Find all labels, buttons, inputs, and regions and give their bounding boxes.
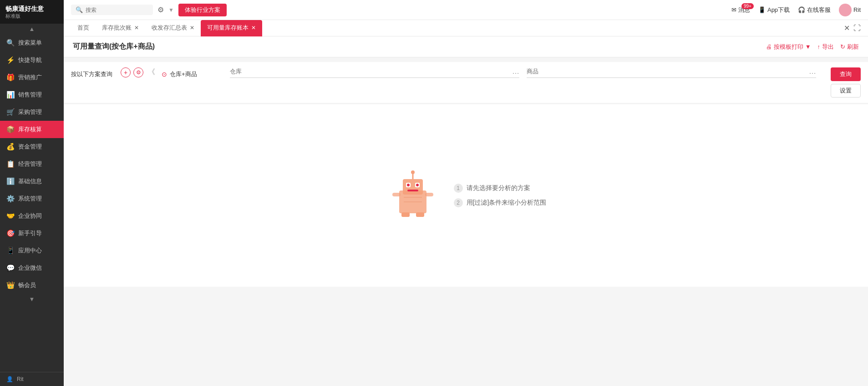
filter-settings-btn[interactable]: 设置 <box>831 84 861 98</box>
money-icon: 💰 <box>6 143 15 151</box>
empty-state: 1 请先选择要分析的方案 2 用[过滤]条件来缩小分析范围 <box>64 104 868 287</box>
goods-more-icon[interactable]: … <box>809 67 816 76</box>
filter-field-warehouse: 仓库 … <box>230 67 519 78</box>
header-dropdown-icon[interactable]: ▼ <box>168 7 174 13</box>
svg-point-12 <box>411 170 415 174</box>
app-download-label: App下载 <box>767 6 790 14</box>
svg-rect-6 <box>407 190 418 191</box>
printer-icon: 🖨 <box>766 43 772 50</box>
header-search-box[interactable]: 🔍 <box>71 5 153 15</box>
print-label: 按模板打印 <box>774 43 803 51</box>
svg-rect-9 <box>392 193 401 196</box>
filter-buttons: 查询 设置 <box>831 67 861 98</box>
sidebar-item-marketing[interactable]: 🎁 营销推广 <box>0 69 64 86</box>
tab-close-icon[interactable]: ✕ <box>134 25 139 31</box>
sidebar-item-appstore[interactable]: 📱 应用中心 <box>0 242 64 259</box>
empty-tips: 1 请先选择要分析的方案 2 用[过滤]条件来缩小分析范围 <box>454 184 547 207</box>
tab-home[interactable]: 首页 <box>71 20 96 36</box>
tab-bar-close-button[interactable]: ✕ <box>844 24 850 32</box>
query-button[interactable]: 查询 <box>831 67 861 81</box>
gift-icon: 🎁 <box>6 73 15 82</box>
svg-rect-8 <box>416 212 424 217</box>
header-right: ✉ 消息 99+ 📱 App下载 🎧 在线客服 Rit <box>731 4 861 16</box>
sidebar-item-finance[interactable]: 💰 资金管理 <box>0 138 64 155</box>
tab-available-ledger[interactable]: 可用量库存账本 ✕ <box>201 20 262 36</box>
sidebar-item-sales[interactable]: 📊 销售管理 <box>0 86 64 103</box>
warehouse-more-icon[interactable]: … <box>512 67 519 76</box>
warehouse-input[interactable] <box>244 68 512 75</box>
sidebar-item-system[interactable]: ⚙️ 系统管理 <box>0 190 64 207</box>
tab-receipt-summary[interactable]: 收发存汇总表 ✕ <box>145 20 201 36</box>
empty-state-content: 1 请先选择要分析的方案 2 用[过滤]条件来缩小分析范围 <box>386 168 547 224</box>
tab-batch-ledger-label: 库存批次账 <box>102 24 132 32</box>
sidebar-item-guide[interactable]: 🎯 新手引导 <box>0 225 64 242</box>
empty-illustration <box>386 168 440 224</box>
svg-point-4 <box>407 184 410 186</box>
sidebar-item-cooperation[interactable]: 🤝 企业协同 <box>0 207 64 225</box>
export-button[interactable]: ↑ 导出 <box>817 43 834 51</box>
sidebar-username: Rit <box>17 376 24 382</box>
sidebar-item-label: 快捷导航 <box>18 56 42 64</box>
search-icon: 🔍 <box>76 6 83 13</box>
sidebar-item-basic[interactable]: ℹ️ 基础信息 <box>0 173 64 190</box>
target-icon: 🎯 <box>6 229 15 237</box>
empty-tip-1: 1 请先选择要分析的方案 <box>454 184 547 193</box>
mobile-icon: 📱 <box>6 247 15 255</box>
sidebar-item-inventory[interactable]: 📦 库存核算 <box>0 121 64 138</box>
refresh-label: 刷新 <box>847 43 859 51</box>
filter-settings-button[interactable]: ⚙ <box>133 67 143 77</box>
sidebar-item-operation[interactable]: 📋 经营管理 <box>0 155 64 173</box>
tab-bar: 首页 库存批次账 ✕ 收发存汇总表 ✕ 可用量库存账本 ✕ ✕ ⛶ <box>64 20 868 36</box>
chevron-down-icon[interactable]: ▼ <box>805 43 811 50</box>
app-download-button[interactable]: 📱 App下载 <box>758 6 790 14</box>
page-header: 可用量查询(按仓库+商品) 🖨 按模板打印 ▼ ↑ 导出 ↻ 刷新 <box>64 36 868 57</box>
inventory-icon: 📦 <box>6 125 15 134</box>
sidebar-item-label: 系统管理 <box>18 195 42 203</box>
message-button[interactable]: ✉ 消息 99+ <box>731 6 750 14</box>
filter-add-button[interactable]: + <box>121 67 131 77</box>
page-title: 可用量查询(按仓库+商品) <box>73 42 155 51</box>
print-template-button[interactable]: 🖨 按模板打印 ▼ <box>766 43 811 51</box>
filter-scheme-warehouse-goods[interactable]: ⊙ 仓库+商品 <box>157 67 221 81</box>
sidebar-item-wechat[interactable]: 💬 企业微信 <box>0 259 64 277</box>
online-service-button[interactable]: 🎧 在线客服 <box>798 6 831 14</box>
export-label: 导出 <box>822 43 834 51</box>
sidebar-item-shortcut[interactable]: ⚡ 快捷导航 <box>0 51 64 69</box>
sidebar-item-label: 基础信息 <box>18 177 42 185</box>
info-icon: ℹ️ <box>6 177 15 185</box>
user-avatar-icon: 👤 <box>6 376 13 382</box>
tab-bar-expand-button[interactable]: ⛶ <box>853 24 861 32</box>
sidebar-item-label: 新手引导 <box>18 229 42 237</box>
filter-collapse-button[interactable]: 《 <box>146 67 157 77</box>
filter-fields: 仓库 … 商品 … 查询 设置 <box>230 67 861 98</box>
tab-batch-ledger[interactable]: 库存批次账 ✕ <box>96 20 145 36</box>
tab-close-icon[interactable]: ✕ <box>190 25 194 31</box>
sidebar-item-label: 采购管理 <box>18 108 42 116</box>
sidebar-bottom[interactable]: 👤 Rit <box>0 372 64 386</box>
tab-available-ledger-label: 可用量库存账本 <box>207 24 249 32</box>
sidebar-scroll-up[interactable]: ▲ <box>0 24 64 34</box>
username-label: Rit <box>853 6 861 13</box>
goods-field-label: 商品 <box>527 67 540 76</box>
headset-icon: 🎧 <box>798 6 805 13</box>
refresh-button[interactable]: ↻ 刷新 <box>840 43 859 51</box>
filter-goods-row: 商品 … <box>527 67 816 78</box>
sidebar-scroll-down[interactable]: ▼ <box>0 294 64 304</box>
sidebar-item-label: 销售管理 <box>18 91 42 99</box>
trial-industry-button[interactable]: 体验行业方案 <box>178 4 227 16</box>
settings-icon[interactable]: ⚙ <box>157 5 164 14</box>
header-search-input[interactable] <box>86 7 140 13</box>
empty-tip-2: 2 用[过滤]条件来缩小分析范围 <box>454 198 547 207</box>
sidebar-item-purchase[interactable]: 🛒 采购管理 <box>0 103 64 121</box>
goods-input[interactable] <box>540 68 809 75</box>
svg-rect-7 <box>401 212 410 217</box>
sidebar-item-label: 搜索菜单 <box>18 39 42 47</box>
sidebar-item-label: 畅会员 <box>18 281 36 289</box>
tab-close-icon[interactable]: ✕ <box>251 25 256 31</box>
empty-tip-2-text: 用[过滤]条件来缩小分析范围 <box>467 199 547 207</box>
user-avatar[interactable]: Rit <box>839 4 861 16</box>
tip-num-2: 2 <box>454 198 463 207</box>
sidebar-item-search[interactable]: 🔍 搜索菜单 <box>0 34 64 51</box>
sidebar-item-member[interactable]: 👑 畅会员 <box>0 277 64 294</box>
filter-scheme-list: ⊙ 仓库+商品 <box>157 67 221 81</box>
